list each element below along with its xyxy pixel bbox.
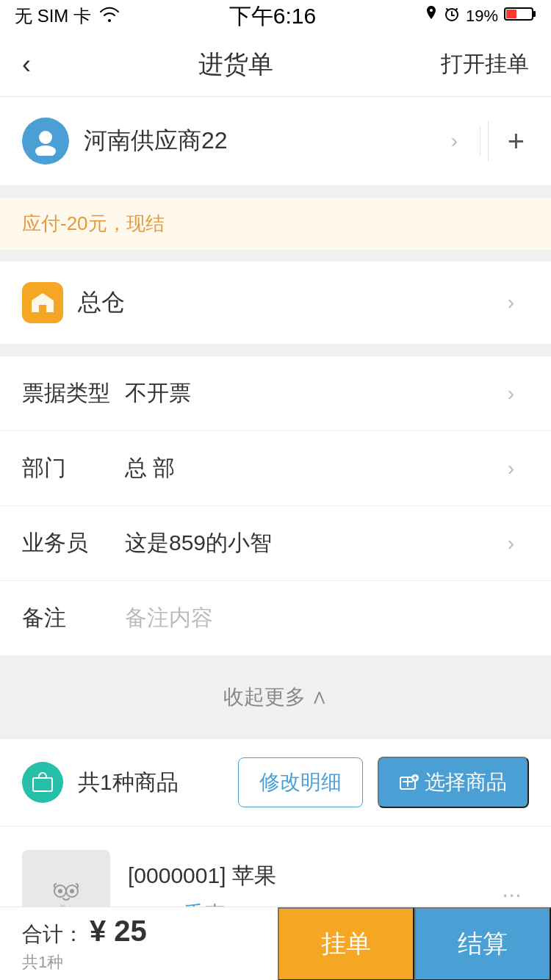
department-row[interactable]: 部门 总 部 › [0, 430, 551, 505]
chevron-right-icon: › [508, 291, 514, 314]
svg-point-19 [58, 889, 62, 893]
open-hang-button[interactable]: 打开挂单 [441, 49, 529, 79]
invoice-label: 票据类型 [22, 378, 125, 408]
add-supplier-button[interactable]: + [488, 120, 529, 162]
svg-rect-9 [39, 305, 46, 312]
svg-rect-5 [533, 11, 536, 17]
item-count: 共1种 [22, 951, 256, 973]
supplier-name: 河南供应商22 [84, 125, 451, 157]
svg-point-7 [39, 131, 52, 144]
remark-row[interactable]: 备注 备注内容 [0, 580, 551, 655]
remark-label: 备注 [22, 603, 125, 633]
total-row: 合计： ¥ 25 [22, 915, 256, 948]
checkout-button[interactable]: 结算 [414, 907, 551, 981]
svg-point-8 [35, 145, 56, 156]
warehouse-icon [22, 282, 63, 323]
chevron-right-icon: › [451, 129, 458, 153]
edit-detail-button[interactable]: 修改明细 [238, 757, 363, 807]
svg-rect-10 [33, 778, 52, 791]
warehouse-section: 总仓 › [0, 262, 551, 344]
status-time: 下午6:16 [229, 1, 316, 32]
warning-banner: 应付-20元，现结 [0, 198, 551, 250]
supplier-avatar [22, 118, 69, 165]
salesman-row[interactable]: 业务员 这是859的小智 › [0, 505, 551, 580]
bottom-bar: 合计： ¥ 25 共1种 挂单 结算 [0, 907, 551, 980]
select-product-button[interactable]: 选择商品 [378, 757, 529, 808]
salesman-label: 业务员 [22, 528, 125, 558]
product-name: [0000001] 苹果 [128, 861, 494, 891]
supplier-section: 河南供应商22 › + [0, 97, 551, 186]
select-product-label: 选择商品 [425, 768, 507, 796]
back-button[interactable]: ‹ [22, 49, 31, 80]
warehouse-name: 总仓 [78, 287, 508, 319]
warehouse-row[interactable]: 总仓 › [0, 262, 551, 344]
svg-point-0 [430, 9, 433, 12]
remark-placeholder: 备注内容 [125, 603, 529, 633]
collapse-label: 收起更多 ∧ [223, 683, 328, 711]
status-right: 19% [425, 6, 536, 26]
total-label: 合计： [22, 920, 84, 948]
product-header: 共1种商品 修改明细 选择商品 [0, 739, 551, 826]
salesman-value: 这是859的小智 [125, 528, 508, 558]
order-summary: 合计： ¥ 25 共1种 [0, 915, 278, 973]
page-title: 进货单 [198, 48, 273, 82]
chevron-right-icon: › [508, 532, 514, 555]
product-count: 共1种商品 [78, 768, 238, 798]
invoice-type-row[interactable]: 票据类型 不开票 › [0, 356, 551, 430]
svg-rect-6 [506, 10, 516, 18]
status-bar: 无 SIM 卡 下午6:16 19% [0, 0, 551, 32]
chevron-right-icon: › [508, 382, 514, 406]
product-title: 苹果 [232, 863, 276, 887]
separator [480, 126, 480, 156]
form-section: 票据类型 不开票 › 部门 总 部 › 业务员 这是859的小智 › 备注 备注… [0, 356, 551, 655]
location-icon [425, 6, 438, 26]
status-left: 无 SIM 卡 [15, 4, 120, 28]
battery-percentage: 19% [466, 7, 498, 26]
product-icon [22, 762, 63, 803]
collapse-more-button[interactable]: 收起更多 ∧ [0, 667, 551, 727]
product-id: [0000001] [128, 863, 226, 887]
battery-icon [504, 6, 536, 26]
nav-bar: ‹ 进货单 打开挂单 [0, 32, 551, 97]
invoice-value: 不开票 [125, 378, 508, 408]
department-label: 部门 [22, 453, 125, 483]
carrier-text: 无 SIM 卡 [15, 4, 91, 28]
alarm-icon [444, 6, 460, 26]
chevron-right-icon: › [508, 457, 514, 480]
svg-point-20 [70, 889, 74, 893]
supplier-row[interactable]: 河南供应商22 › + [0, 97, 551, 186]
total-amount: ¥ 25 [90, 915, 147, 948]
department-value: 总 部 [125, 453, 508, 483]
wifi-icon [98, 6, 120, 26]
hang-button[interactable]: 挂单 [278, 907, 414, 981]
